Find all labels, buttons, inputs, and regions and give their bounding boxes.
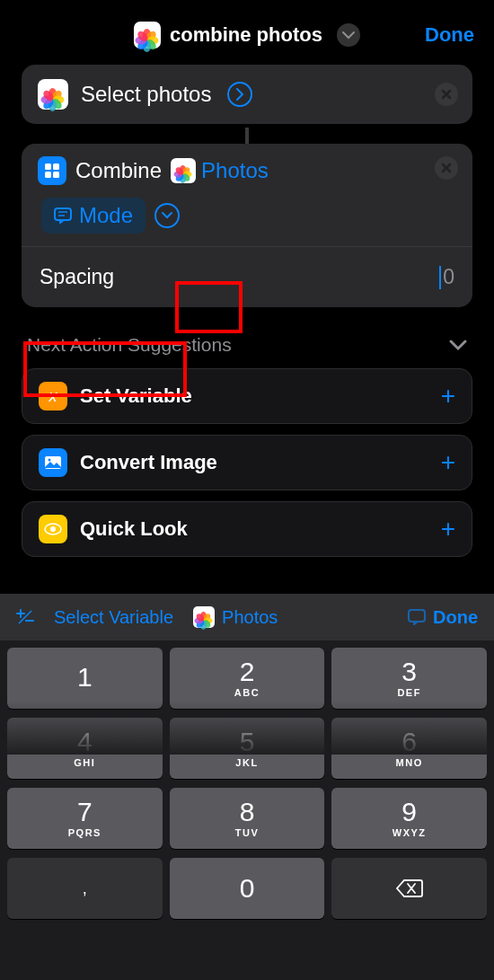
suggestions-title: Next Action Suggestions [27,334,232,356]
key-4[interactable]: 4GHI [7,718,163,779]
key-7[interactable]: 7PQRS [7,788,163,849]
combine-label: Combine [75,158,162,183]
photos-token-label: Photos [201,158,269,183]
plus-minus-icon[interactable] [16,608,34,626]
mode-label: Mode [79,203,133,228]
photos-icon [193,606,215,628]
key-9[interactable]: 9WXYZ [331,788,487,849]
variable-icon: x [39,382,67,411]
suggestion-convert-image[interactable]: Convert Image + [22,435,472,490]
combine-action[interactable]: Combine Photos [22,144,472,246]
backspace-icon [396,878,423,898]
photos-variable-token[interactable]: Photos [171,158,269,183]
plus-icon[interactable]: + [441,382,455,411]
photos-icon [38,79,68,110]
header: combine photos Done [0,0,494,65]
keyboard-area: Select Variable Photos Done [0,594,494,980]
numeric-keypad: 1 2ABC 3DEF 4GHI 5JKL 6MNO 7PQRS 8TUV 9W… [0,640,494,980]
expand-chevron-icon[interactable] [154,203,180,228]
suggestions-header[interactable]: Next Action Suggestions [22,307,472,368]
svg-point-10 [50,526,56,532]
spacing-row[interactable]: Spacing 0 [22,246,472,307]
keyboard-toolbar: Select Variable Photos Done [0,594,494,640]
suggestion-quick-look[interactable]: Quick Look + [22,501,472,557]
select-photos-action[interactable]: Select photos [22,65,472,124]
key-3[interactable]: 3DEF [331,648,487,709]
photos-variable-button[interactable]: Photos [193,606,278,628]
shortcut-title: combine photos [170,23,322,47]
chevron-down-icon [449,339,467,351]
svg-rect-4 [55,208,71,220]
photos-app-icon [134,22,161,49]
key-0[interactable]: 0 [170,858,325,919]
key-2[interactable]: 2ABC [170,648,325,709]
chat-icon [54,207,72,224]
spacing-label: Spacing [40,265,114,289]
text-cursor [439,266,441,289]
eye-icon [39,515,67,543]
key-8[interactable]: 8TUV [170,788,325,849]
keyboard-done-button[interactable]: Done [408,607,478,628]
suggestion-set-variable[interactable]: x Set Variable + [22,368,472,424]
key-6[interactable]: 6MNO [331,718,487,779]
chat-icon [408,609,426,625]
image-icon [39,448,67,477]
svg-rect-3 [53,172,59,178]
suggestion-label: Set Variable [80,384,192,408]
action-label: Select photos [81,82,211,107]
mode-parameter[interactable]: Mode [41,198,146,234]
spacing-input[interactable]: 0 [439,265,454,289]
grid-icon [38,156,66,185]
plus-icon[interactable]: + [441,515,455,543]
key-backspace[interactable] [331,858,487,919]
arrow-right-icon[interactable] [227,82,252,107]
close-icon[interactable] [435,83,458,106]
content: Select photos Combine [0,65,494,557]
photos-icon [171,158,196,183]
svg-rect-2 [45,172,51,178]
key-1[interactable]: 1 [7,648,163,709]
key-comma[interactable]: , [7,858,163,919]
svg-point-8 [49,459,51,462]
svg-rect-12 [409,610,425,622]
connector [245,128,249,144]
suggestion-label: Quick Look [80,517,188,541]
done-button[interactable]: Done [425,23,474,47]
select-variable-button[interactable]: Select Variable [54,607,173,628]
svg-rect-1 [53,163,59,170]
svg-rect-0 [45,163,51,170]
header-title-wrap[interactable]: combine photos [134,22,360,49]
key-5[interactable]: 5JKL [170,718,325,779]
chevron-down-icon[interactable] [337,23,360,47]
suggestion-label: Convert Image [80,451,217,474]
plus-icon[interactable]: + [441,448,455,477]
close-icon[interactable] [435,156,458,180]
